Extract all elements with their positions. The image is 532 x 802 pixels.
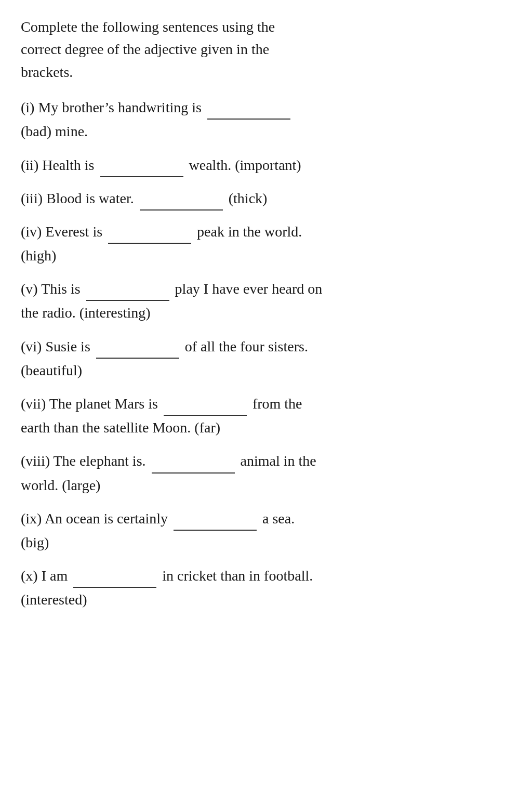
blank-vii bbox=[164, 415, 247, 416]
question-ii: (ii) Health is wealth. (important) bbox=[21, 153, 511, 177]
blank-ix bbox=[174, 530, 257, 531]
blank-i bbox=[207, 119, 290, 120]
question-viii-before: (viii) The elephant is. bbox=[21, 453, 146, 469]
blank-vi bbox=[96, 358, 179, 359]
question-iv-after: peak in the world. bbox=[197, 223, 302, 240]
question-viii-after: animal in the bbox=[241, 453, 316, 469]
blank-iv bbox=[108, 243, 191, 244]
question-vii-2: earth than the satellite Moon. (far) bbox=[21, 419, 220, 436]
question-v-2: the radio. (interesting) bbox=[21, 305, 151, 321]
question-ix-after: a sea. bbox=[262, 510, 295, 527]
question-i-after: (bad) mine. bbox=[21, 123, 88, 139]
instructions-text: Complete the following sentences using t… bbox=[21, 19, 275, 80]
question-iv-before: (iv) Everest is bbox=[21, 223, 102, 240]
blank-v bbox=[86, 300, 169, 301]
question-vi-before: (vi) Susie is bbox=[21, 338, 90, 354]
blank-iii bbox=[140, 209, 223, 211]
question-ix-hint: (big) bbox=[21, 534, 49, 550]
blank-x bbox=[73, 587, 156, 588]
instructions-block: Complete the following sentences using t… bbox=[21, 16, 511, 83]
question-x-after: in cricket than in football. bbox=[162, 568, 313, 584]
question-x: (x) I am in cricket than in football. (i… bbox=[21, 564, 511, 612]
question-i-before: (i) My brother’s handwriting is bbox=[21, 99, 202, 115]
question-v-after: play I have ever heard on bbox=[175, 281, 323, 297]
blank-viii bbox=[152, 472, 235, 474]
question-iv-hint: (high) bbox=[21, 247, 56, 264]
question-x-before: (x) I am bbox=[21, 568, 68, 584]
question-ix: (ix) An ocean is certainly a sea. (big) bbox=[21, 507, 511, 555]
question-iv: (iv) Everest is peak in the world. (high… bbox=[21, 220, 511, 268]
question-vi-after: of all the four sisters. bbox=[185, 338, 308, 354]
question-v: (v) This is play I have ever heard on th… bbox=[21, 277, 511, 325]
question-x-hint: (interested) bbox=[21, 591, 87, 608]
question-viii-2: world. (large) bbox=[21, 477, 100, 493]
questions-container: (i) My brother’s handwriting is (bad) mi… bbox=[21, 96, 511, 612]
question-iii: (iii) Blood is water. (thick) bbox=[21, 187, 511, 211]
question-v-before: (v) This is bbox=[21, 281, 81, 297]
question-ii-after: wealth. (important) bbox=[189, 157, 301, 173]
question-iii-before: (iii) Blood is water. bbox=[21, 190, 134, 206]
question-viii: (viii) The elephant is. animal in the wo… bbox=[21, 449, 511, 497]
question-vi-hint: (beautiful) bbox=[21, 362, 82, 378]
question-vi: (vi) Susie is of all the four sisters. (… bbox=[21, 335, 511, 383]
question-i: (i) My brother’s handwriting is (bad) mi… bbox=[21, 96, 511, 143]
question-ix-before: (ix) An ocean is certainly bbox=[21, 510, 168, 527]
question-iii-after: (thick) bbox=[229, 190, 268, 206]
question-vii: (vii) The planet Mars is from the earth … bbox=[21, 392, 511, 440]
question-vii-after: from the bbox=[252, 396, 302, 412]
question-ii-before: (ii) Health is bbox=[21, 157, 95, 173]
question-vii-before: (vii) The planet Mars is bbox=[21, 396, 158, 412]
blank-ii bbox=[100, 176, 183, 177]
